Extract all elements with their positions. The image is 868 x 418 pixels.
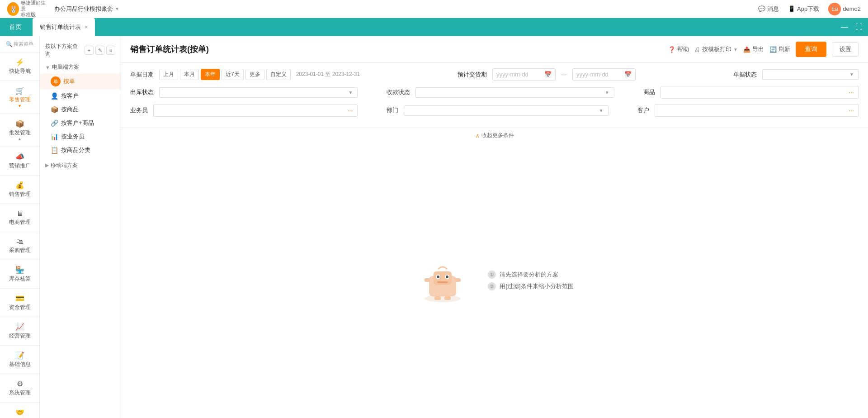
tab-maximize-icon[interactable]: ⛶: [854, 21, 864, 33]
filter-area: 单据日期 上月 本月 本年 近7天 更多 自定义 2023-01-01 至 20…: [121, 63, 868, 128]
tab-home[interactable]: 首页: [0, 18, 31, 36]
help-icon: ❓: [668, 46, 675, 53]
expected-date-to[interactable]: yyyy-mm-dd 📅: [572, 68, 636, 81]
status-select[interactable]: ▼: [762, 69, 859, 80]
retail-icon: 🛒: [15, 86, 24, 95]
last-month-btn[interactable]: 上月: [159, 69, 178, 80]
svg-rect-8: [425, 278, 430, 282]
more-btn[interactable]: 更多: [245, 69, 264, 80]
status-arrow-icon: ▼: [849, 72, 854, 77]
goods-input[interactable]: ···: [660, 86, 859, 99]
logo-icon: 🐰: [7, 2, 19, 16]
sidebar-item-wholesale[interactable]: 📦 批发管理 ▲: [0, 114, 39, 147]
marketing-icon: 📣: [15, 152, 24, 161]
sidebar-item-retail[interactable]: 🛒 零售管理 ▼: [0, 81, 39, 114]
scheme-by-customer-product[interactable]: 🔗 按客户+商品: [40, 116, 121, 130]
svg-rect-10: [434, 296, 441, 300]
empty-hint-2: ② 用[过滤]条件来缩小分析范围: [488, 282, 573, 290]
this-month-btn[interactable]: 本月: [180, 69, 199, 80]
order-icon: 单: [51, 76, 61, 86]
customer-label: 客户: [637, 106, 649, 114]
staff-icon: 📊: [51, 133, 58, 140]
sidebar: 🔍 搜索菜单 ⚡ 快捷导航 🛒 零售管理 ▼ 📦 批发管理 ▲ 📣 营销推广 💰…: [0, 36, 40, 418]
print-button[interactable]: 🖨 按模板打印 ▼: [694, 45, 738, 53]
filter-row-1: 单据日期 上月 本月 本年 近7天 更多 自定义 2023-01-01 至 20…: [130, 68, 859, 81]
sidebar-item-purchase[interactable]: 🛍 采购管理: [0, 232, 39, 260]
custom-btn[interactable]: 自定义: [266, 69, 291, 80]
sidebar-item-enterprise[interactable]: 🤝 企业协同: [0, 403, 39, 418]
refresh-button[interactable]: 🔄 刷新: [769, 45, 790, 53]
department-label: 部门: [387, 106, 398, 114]
user-menu[interactable]: Ea demo2: [828, 3, 861, 15]
customer-icon: 👤: [51, 92, 58, 100]
tab-minimize-icon[interactable]: —: [839, 21, 850, 33]
collapse-bar[interactable]: ∧ 收起更多条件: [121, 128, 868, 143]
category-icon: 📋: [51, 147, 58, 154]
customer-ellipsis-icon[interactable]: ···: [849, 107, 854, 114]
app-download-button[interactable]: 📱 App下载: [788, 5, 819, 13]
help-button[interactable]: ❓ 帮助: [668, 45, 689, 53]
svg-rect-11: [444, 296, 451, 300]
delivery-arrow-icon: ▼: [348, 90, 353, 95]
export-button[interactable]: 📤 导出: [743, 45, 764, 53]
scheme-by-product[interactable]: 📦 按商品: [40, 103, 121, 116]
salesperson-ellipsis-icon[interactable]: ···: [348, 107, 353, 114]
settings-button[interactable]: 设置: [832, 42, 859, 57]
sidebar-item-finance[interactable]: 💳 资金管理: [0, 289, 39, 317]
top-right: 💬 消息 📱 App下载 Ea demo2: [758, 3, 861, 15]
right-panel: 销售订单统计表(按单) ❓ 帮助 🖨 按模板打印 ▼ 📤: [121, 36, 868, 418]
query-button[interactable]: 查询: [796, 42, 826, 57]
collapse-panel-button[interactable]: «: [106, 46, 115, 55]
scheme-by-order[interactable]: 单 按单: [40, 74, 121, 89]
date-separator: —: [561, 71, 567, 78]
this-year-btn[interactable]: 本年: [201, 69, 220, 80]
tab-close-icon[interactable]: ×: [85, 24, 88, 30]
sidebar-item-quicknav[interactable]: ⚡ 快捷导航: [0, 52, 39, 81]
wholesale-icon: 📦: [15, 119, 24, 128]
delivery-status-label: 出库状态: [130, 88, 154, 96]
add-scheme-button[interactable]: +: [85, 46, 94, 55]
desktop-section: ▼ 电脑端方案: [40, 61, 121, 74]
mobile-section: ▶ 移动端方案: [40, 159, 121, 172]
finance-icon: 💳: [15, 294, 24, 303]
customer-input[interactable]: ···: [655, 104, 859, 117]
export-icon: 📤: [743, 46, 750, 53]
tab-bar: 首页 销售订单统计表 × — ⛶: [0, 18, 868, 36]
scheme-by-category[interactable]: 📋 按商品分类: [40, 143, 121, 157]
goods-label: 商品: [643, 88, 655, 96]
left-panel-header: 按以下方案查询 + ✎ «: [40, 40, 121, 61]
calendar-icon-to: 📅: [624, 71, 632, 78]
sidebar-search[interactable]: 🔍 搜索菜单: [0, 36, 39, 52]
payment-arrow-icon: ▼: [605, 90, 609, 95]
date-shortcuts: 上月 本月 本年 近7天 更多 自定义: [159, 69, 291, 80]
sidebar-item-operations[interactable]: 📈 经营管理: [0, 317, 39, 346]
company-selector[interactable]: 办公用品行业模拟账套 ▼: [54, 5, 119, 13]
sidebar-item-sales[interactable]: 💰 销售管理: [0, 176, 39, 204]
sidebar-item-basics[interactable]: 📝 基础信息: [0, 346, 39, 374]
salesperson-input[interactable]: ···: [153, 104, 358, 117]
expected-date-from[interactable]: yyyy-mm-dd 📅: [492, 68, 556, 81]
print-arrow-icon: ▼: [733, 47, 738, 52]
sidebar-item-marketing[interactable]: 📣 营销推广: [0, 147, 39, 176]
page-title-row: 销售订单统计表(按单) ❓ 帮助 🖨 按模板打印 ▼ 📤: [130, 42, 859, 57]
sidebar-item-inventory[interactable]: 🏪 库存核算: [0, 260, 39, 289]
scheme-by-staff[interactable]: 📊 按业务员: [40, 130, 121, 143]
sidebar-item-ecommerce[interactable]: 🖥 电商管理: [0, 204, 39, 232]
edit-scheme-button[interactable]: ✎: [95, 46, 104, 55]
page-title: 销售订单统计表(按单): [130, 44, 209, 55]
page-actions: ❓ 帮助 🖨 按模板打印 ▼ 📤 导出 🔄: [668, 42, 859, 57]
date-range-display: 2023-01-01 至 2023-12-31: [296, 71, 360, 78]
last7-btn[interactable]: 近7天: [222, 69, 244, 80]
date-label: 单据日期: [130, 71, 154, 79]
message-button[interactable]: 💬 消息: [758, 5, 779, 13]
scheme-by-customer[interactable]: 👤 按客户: [40, 89, 121, 103]
department-select[interactable]: ▼: [404, 105, 608, 116]
tab-active[interactable]: 销售订单统计表 ×: [33, 18, 95, 36]
goods-ellipsis-icon[interactable]: ···: [849, 89, 854, 96]
content-area: 按以下方案查询 + ✎ « ▼ 电脑端方案 单 按单 👤 按客户 📦: [40, 36, 868, 418]
department-arrow-icon: ▼: [599, 108, 604, 113]
sidebar-item-system[interactable]: ⚙ 系统管理: [0, 374, 39, 403]
collapse-icon: ∧: [476, 133, 480, 139]
delivery-status-select[interactable]: ▼: [159, 87, 358, 98]
payment-status-select[interactable]: ▼: [415, 87, 614, 98]
